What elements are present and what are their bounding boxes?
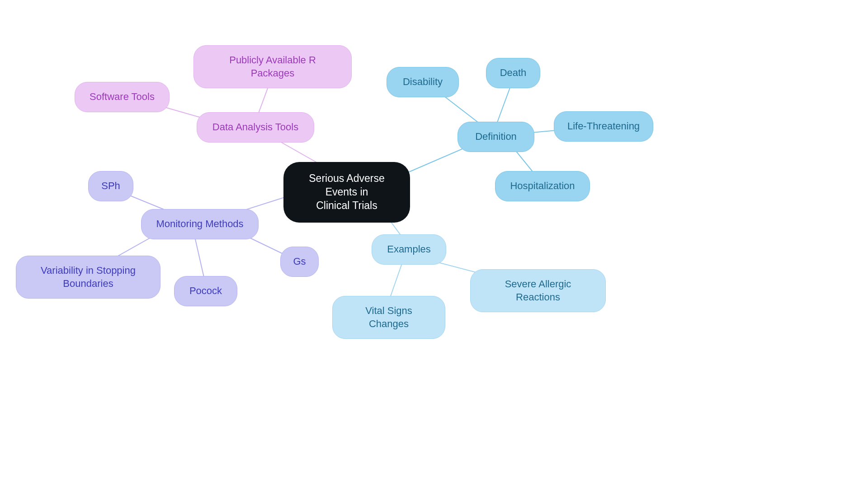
death-label: Death bbox=[500, 67, 527, 80]
rpackages-node: Publicly Available R Packages bbox=[193, 45, 352, 88]
software-node: Software Tools bbox=[75, 82, 170, 112]
disability-node: Disability bbox=[387, 67, 459, 97]
death-node: Death bbox=[486, 58, 540, 88]
examples-label: Examples bbox=[387, 243, 431, 256]
vitalsigns-node: Vital Signs Changes bbox=[332, 296, 445, 339]
variability-label: Variability in StoppingBoundaries bbox=[41, 264, 136, 290]
hospitalization-label: Hospitalization bbox=[510, 180, 575, 193]
examples-node: Examples bbox=[372, 234, 446, 265]
variability-node: Variability in StoppingBoundaries bbox=[16, 256, 160, 299]
definition-label: Definition bbox=[475, 130, 517, 143]
gs-label: Gs bbox=[293, 255, 306, 268]
rpackages-label: Publicly Available R Packages bbox=[207, 54, 339, 80]
monitoring-label: Monitoring Methods bbox=[156, 218, 243, 231]
sph-node: SPh bbox=[88, 171, 133, 201]
allergic-node: Severe Allergic Reactions bbox=[470, 269, 606, 312]
lifethreatening-label: Life-Threatening bbox=[567, 120, 640, 133]
center-label: Serious Adverse Events inClinical Trials bbox=[300, 172, 394, 213]
allergic-label: Severe Allergic Reactions bbox=[483, 278, 593, 304]
pocock-node: Pocock bbox=[174, 276, 237, 306]
hospitalization-node: Hospitalization bbox=[495, 171, 590, 201]
datatools-node: Data Analysis Tools bbox=[197, 112, 314, 143]
gs-node: Gs bbox=[280, 247, 319, 277]
sph-label: SPh bbox=[101, 180, 120, 193]
datatools-label: Data Analysis Tools bbox=[212, 121, 298, 134]
center-node: Serious Adverse Events inClinical Trials bbox=[283, 162, 410, 223]
pocock-label: Pocock bbox=[189, 285, 222, 298]
monitoring-node: Monitoring Methods bbox=[141, 209, 259, 239]
definition-node: Definition bbox=[458, 122, 534, 152]
disability-label: Disability bbox=[403, 76, 443, 89]
vitalsigns-label: Vital Signs Changes bbox=[345, 304, 432, 330]
lifethreatening-node: Life-Threatening bbox=[554, 111, 653, 142]
software-label: Software Tools bbox=[90, 90, 155, 104]
